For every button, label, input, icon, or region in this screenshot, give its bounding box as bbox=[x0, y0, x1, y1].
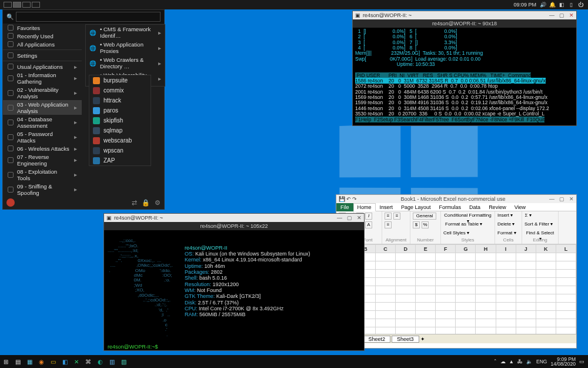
sheet-tab[interactable]: Sheet3 bbox=[392, 336, 419, 343]
power-icon[interactable]: ⏻ bbox=[577, 2, 583, 8]
maximize-button[interactable]: ▢ bbox=[559, 12, 564, 18]
cell[interactable] bbox=[476, 270, 496, 278]
cell[interactable] bbox=[536, 311, 556, 319]
cell[interactable] bbox=[416, 294, 436, 303]
cell[interactable] bbox=[396, 303, 416, 311]
cell[interactable] bbox=[416, 311, 436, 319]
menu-fav-item[interactable]: Recently Used bbox=[3, 32, 82, 40]
cell[interactable] bbox=[456, 286, 476, 294]
tool-item-ZAP[interactable]: ZAP bbox=[89, 155, 151, 165]
cell[interactable] bbox=[416, 253, 436, 261]
cell[interactable] bbox=[436, 261, 456, 270]
column-header[interactable]: I bbox=[496, 245, 516, 253]
column-header[interactable]: H bbox=[476, 245, 496, 253]
cell[interactable] bbox=[376, 294, 396, 303]
ribbon-tab-page-layout[interactable]: Page Layout bbox=[397, 203, 435, 211]
taskbar-app[interactable]: ◧ bbox=[59, 357, 71, 366]
menu-category[interactable]: 09 - Sniffing & Spoofing▸ bbox=[3, 182, 82, 197]
cell[interactable] bbox=[396, 261, 416, 270]
cell[interactable] bbox=[416, 319, 436, 327]
cell[interactable] bbox=[556, 311, 576, 319]
cell[interactable] bbox=[376, 327, 396, 334]
cell[interactable] bbox=[516, 286, 536, 294]
menu-category[interactable]: Usual Applications▸ bbox=[3, 62, 82, 71]
column-header[interactable]: E bbox=[416, 245, 436, 253]
tool-item-commix[interactable]: commix bbox=[89, 85, 151, 95]
tool-item-webscarab[interactable]: webscarab bbox=[89, 135, 151, 145]
cell[interactable] bbox=[456, 311, 476, 319]
close-button[interactable]: ✕ bbox=[569, 12, 574, 18]
close-button[interactable]: ✕ bbox=[357, 215, 362, 221]
task-view-icon[interactable]: ▤ bbox=[12, 357, 24, 366]
spreadsheet-grid[interactable]: BCDEFGHIJKL12345678910 bbox=[336, 244, 576, 334]
minimize-button[interactable]: — bbox=[549, 196, 554, 202]
cell[interactable] bbox=[496, 278, 516, 286]
tray-chevron-icon[interactable]: ˄ bbox=[494, 359, 497, 364]
cell[interactable] bbox=[476, 286, 496, 294]
shell-prompt[interactable]: re4son@WOPR-II:~$ bbox=[108, 344, 159, 350]
cell[interactable] bbox=[456, 253, 476, 261]
cell[interactable] bbox=[556, 270, 576, 278]
cell[interactable] bbox=[456, 319, 476, 327]
cell[interactable] bbox=[396, 327, 416, 334]
cell[interactable] bbox=[476, 261, 496, 270]
tray-cloud-icon[interactable]: ☁ bbox=[500, 359, 506, 364]
cell[interactable] bbox=[416, 261, 436, 270]
maximize-button[interactable]: ▢ bbox=[559, 196, 564, 202]
cell[interactable] bbox=[376, 270, 396, 278]
cell[interactable] bbox=[436, 253, 456, 261]
cell[interactable] bbox=[476, 294, 496, 303]
tool-item-wpscan[interactable]: wpscan bbox=[89, 145, 151, 155]
ribbon-tab-insert[interactable]: Insert bbox=[376, 203, 397, 211]
column-header[interactable]: K bbox=[536, 245, 556, 253]
cell[interactable] bbox=[436, 311, 456, 319]
cell[interactable] bbox=[516, 278, 536, 286]
cell[interactable] bbox=[396, 270, 416, 278]
network-icon[interactable]: ◧ bbox=[559, 2, 564, 8]
ribbon-tab-formulas[interactable]: Formulas bbox=[435, 203, 466, 211]
cell[interactable] bbox=[376, 253, 396, 261]
tray-onedrive-icon[interactable]: ▲ bbox=[509, 359, 514, 364]
cell[interactable] bbox=[416, 286, 436, 294]
cell[interactable] bbox=[496, 319, 516, 327]
cell[interactable] bbox=[476, 253, 496, 261]
cell[interactable] bbox=[496, 294, 516, 303]
cell[interactable] bbox=[396, 253, 416, 261]
menu-lock-icon[interactable]: 🔒 bbox=[142, 199, 150, 207]
taskbar-app[interactable]: ◐ bbox=[94, 357, 106, 366]
user-avatar[interactable] bbox=[6, 198, 15, 207]
terminal-titlebar[interactable]: ▣ re4son@WOPR-II: ~ —▢✕ bbox=[353, 11, 576, 19]
menu-power-icon[interactable]: ⚙ bbox=[155, 199, 161, 207]
menu-search-input[interactable] bbox=[16, 12, 161, 22]
ribbon-tab-home[interactable]: Home bbox=[353, 203, 376, 211]
cell[interactable] bbox=[536, 286, 556, 294]
tray-speaker-icon[interactable]: 🔈 bbox=[526, 359, 533, 364]
tool-item-burpsuite[interactable]: burpsuite bbox=[89, 75, 151, 85]
cell[interactable] bbox=[556, 327, 576, 334]
cell[interactable] bbox=[536, 270, 556, 278]
cell[interactable] bbox=[496, 270, 516, 278]
cell[interactable] bbox=[376, 286, 396, 294]
taskbar-app[interactable]: ✕ bbox=[71, 357, 82, 366]
taskbar-clock[interactable]: 9:09 PM 14/08/2020 bbox=[550, 357, 576, 367]
terminal-titlebar[interactable]: ▣ re4son@WOPR-II: ~ —▢✕ bbox=[104, 214, 364, 222]
menu-category[interactable]: 08 - Exploitation Tools▸ bbox=[3, 167, 82, 182]
cell[interactable] bbox=[496, 253, 516, 261]
menu-category[interactable]: 05 - Password Attacks▸ bbox=[3, 130, 82, 144]
redo-icon[interactable]: ↷ bbox=[352, 196, 357, 202]
minimize-button[interactable]: — bbox=[549, 12, 554, 18]
column-header[interactable]: D bbox=[396, 245, 416, 253]
cell[interactable] bbox=[476, 319, 496, 327]
taskbar-app[interactable]: ◉ bbox=[35, 357, 47, 366]
minimize-button[interactable]: — bbox=[337, 215, 342, 221]
ribbon-tab-review[interactable]: Review bbox=[485, 203, 510, 211]
submenu-item[interactable]: 🌐• CMS & Framework Identif…▸ bbox=[86, 25, 165, 40]
submenu-item[interactable]: 🌐• Web Crawlers & Directory …▸ bbox=[86, 55, 165, 71]
cell[interactable] bbox=[456, 303, 476, 311]
notification-icon[interactable]: 🔔 bbox=[549, 2, 555, 8]
column-header[interactable]: J bbox=[516, 245, 536, 253]
cell[interactable] bbox=[436, 294, 456, 303]
cell[interactable] bbox=[516, 319, 536, 327]
menu-category[interactable]: 04 - Database Assessment▸ bbox=[3, 115, 82, 130]
cell[interactable] bbox=[396, 319, 416, 327]
